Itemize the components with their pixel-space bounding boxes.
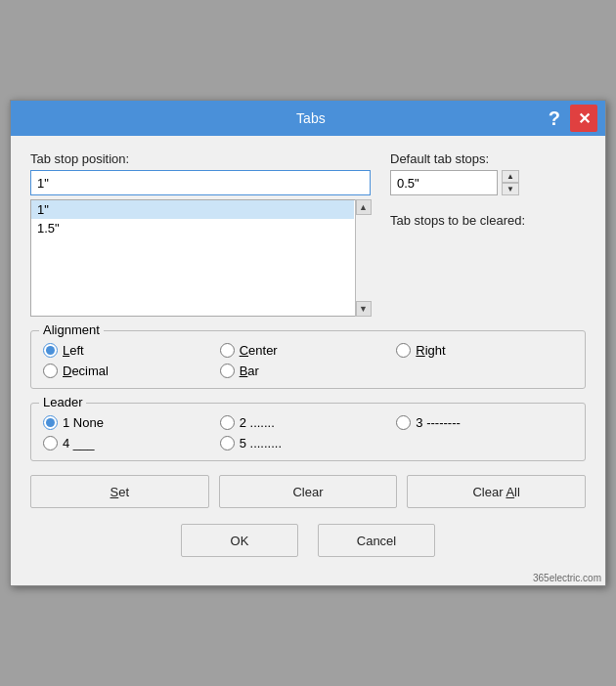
default-tab-stops-label: Default tab stops:	[390, 151, 586, 166]
tab-stop-position-label: Tab stop position:	[30, 151, 371, 166]
ok-button[interactable]: OK	[181, 524, 298, 557]
scroll-up-button[interactable]: ▲	[356, 199, 372, 215]
top-row: Tab stop position: 1" 1.5" ▲ ▼	[30, 151, 586, 317]
alignment-left-label: Left	[63, 343, 84, 358]
list-item[interactable]: 1.5"	[31, 219, 354, 237]
spinner: ▲ ▼	[502, 170, 519, 195]
leader-5-label: 5 .........	[240, 436, 282, 450]
leader-5[interactable]: 5 .........	[220, 436, 397, 450]
alignment-right[interactable]: Right	[396, 343, 573, 358]
leader-1-label: 1 None	[63, 415, 104, 430]
cancel-button[interactable]: Cancel	[318, 524, 435, 557]
tab-stop-listbox-wrapper: 1" 1.5" ▲ ▼	[30, 199, 371, 317]
left-section: Tab stop position: 1" 1.5" ▲ ▼	[30, 151, 371, 317]
action-buttons-row: Set Clear Clear All	[30, 475, 586, 508]
leader-2[interactable]: 2 .......	[220, 415, 397, 430]
alignment-bar-radio[interactable]	[220, 364, 235, 378]
tab-stop-position-input[interactable]	[30, 170, 371, 195]
alignment-row-1: Left Center Right	[43, 343, 573, 358]
leader-group: Leader 1 None 2 ....... 3 --------	[30, 403, 586, 461]
alignment-decimal[interactable]: Decimal	[43, 364, 220, 378]
title-bar-controls: ? ✕	[545, 105, 597, 132]
dialog-title: Tabs	[77, 110, 545, 126]
alignment-center-radio[interactable]	[220, 343, 235, 358]
tab-stop-listbox[interactable]: 1" 1.5"	[30, 199, 371, 317]
spinner-down-button[interactable]: ▼	[502, 183, 519, 195]
default-tab-row: ▲ ▼	[390, 170, 586, 195]
alignment-left[interactable]: Left	[43, 343, 220, 358]
tabs-dialog: Tabs ? ✕ Tab stop position: 1" 1.5" ▲	[10, 100, 606, 586]
tab-stops-to-be-cleared-label: Tab stops to be cleared:	[390, 213, 586, 228]
alignment-center[interactable]: Center	[220, 343, 397, 358]
alignment-right-label: Right	[416, 343, 445, 358]
leader-1[interactable]: 1 None	[43, 415, 220, 430]
alignment-row-2: Decimal Bar	[43, 364, 573, 378]
alignment-group-label: Alignment	[39, 322, 104, 337]
leader-3-label: 3 --------	[416, 415, 460, 430]
alignment-center-label: Center	[240, 343, 278, 358]
title-bar: Tabs ? ✕	[11, 101, 605, 136]
alignment-decimal-label: Decimal	[63, 364, 109, 378]
spinner-up-button[interactable]: ▲	[502, 170, 519, 183]
alignment-decimal-radio[interactable]	[43, 364, 58, 378]
alignment-bar-label: Bar	[240, 364, 259, 378]
close-button[interactable]: ✕	[570, 105, 597, 132]
leader-row-2: 4 ___ 5 .........	[43, 436, 573, 450]
alignment-group: Alignment Left Center Right Deci	[30, 330, 586, 389]
leader-1-radio[interactable]	[43, 415, 58, 430]
leader-4-radio[interactable]	[43, 436, 58, 450]
leader-group-label: Leader	[39, 395, 86, 409]
leader-2-radio[interactable]	[220, 415, 235, 430]
scroll-down-button[interactable]: ▼	[356, 301, 372, 317]
alignment-right-radio[interactable]	[396, 343, 411, 358]
leader-3-radio[interactable]	[396, 415, 411, 430]
clear-button[interactable]: Clear	[219, 475, 398, 508]
leader-4-label: 4 ___	[63, 436, 95, 450]
alignment-bar[interactable]: Bar	[220, 364, 397, 378]
dialog-body: Tab stop position: 1" 1.5" ▲ ▼	[11, 136, 605, 571]
leader-4[interactable]: 4 ___	[43, 436, 220, 450]
ok-cancel-row: OK Cancel	[30, 524, 586, 557]
leader-2-label: 2 .......	[240, 415, 275, 430]
watermark: 365electric.com	[11, 571, 605, 585]
alignment-left-radio[interactable]	[43, 343, 58, 358]
list-item[interactable]: 1"	[31, 200, 354, 219]
leader-3[interactable]: 3 --------	[396, 415, 573, 430]
right-section: Default tab stops: ▲ ▼ Tab stops to be c…	[390, 151, 586, 228]
leader-row-1: 1 None 2 ....... 3 --------	[43, 415, 573, 430]
default-tab-stops-input[interactable]	[390, 170, 498, 195]
leader-5-radio[interactable]	[220, 436, 235, 450]
help-button[interactable]: ?	[545, 108, 564, 128]
scrollbar: ▲ ▼	[355, 199, 371, 317]
set-button[interactable]: Set	[30, 475, 209, 508]
clear-all-button[interactable]: Clear All	[407, 475, 586, 508]
